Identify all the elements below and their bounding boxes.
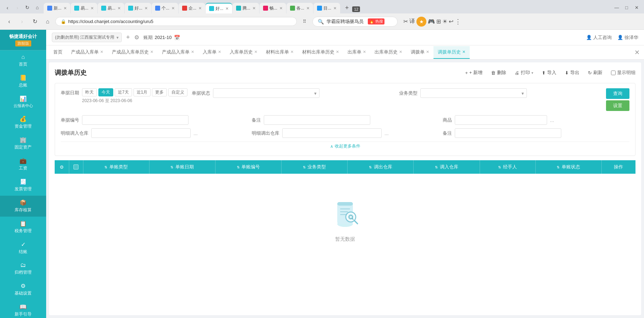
tab-close-4[interactable]: ✕ xyxy=(144,6,148,11)
brightness-icon[interactable]: ☀ xyxy=(442,18,447,25)
tab-close-2[interactable]: ✕ xyxy=(91,6,94,11)
date-btn-1month[interactable]: 近1月 xyxy=(133,88,151,96)
remark2-input[interactable] xyxy=(455,128,561,138)
company-selector[interactable]: (勿删勿禁用) 江西服宝测试专用 ▾ xyxy=(52,33,122,42)
tab-close-transfer-history[interactable]: ✕ xyxy=(462,50,465,54)
date-btn-custom[interactable]: 自定义 xyxy=(168,88,187,96)
back-btn[interactable]: ‹ xyxy=(4,17,14,27)
tab-close-8[interactable]: ✕ xyxy=(252,6,256,11)
collapse-btn[interactable]: ∧ 收起更多条件 xyxy=(61,141,629,151)
close-all-tabs-btn[interactable]: ✕ xyxy=(633,47,641,58)
new-btn[interactable]: + + 新增 xyxy=(462,68,485,77)
tab-transfer[interactable]: 调拨单 ✕ xyxy=(406,46,433,59)
table-col-biz-type[interactable]: ⇅ 业务类型 xyxy=(282,160,348,174)
warehouse-in-dots-btn[interactable]: ... xyxy=(193,130,198,136)
nav-back-btn[interactable]: ‹ xyxy=(3,3,12,12)
tab-material-out[interactable]: 材料出库单 ✕ xyxy=(262,46,298,59)
tab-product-in2[interactable]: 产成品入库单 ✕ xyxy=(158,46,198,59)
browser-tab-8[interactable]: 腾... ✕ xyxy=(233,3,259,13)
biz-type-select[interactable] xyxy=(420,88,527,98)
table-col-checkbox[interactable] xyxy=(69,160,83,174)
browser-tab-3[interactable]: 易... ✕ xyxy=(98,3,124,13)
close-window-btn[interactable]: ✕ xyxy=(632,3,641,12)
scissors-icon[interactable]: ✂ xyxy=(403,18,408,25)
tab-close-9[interactable]: ✕ xyxy=(279,6,283,11)
tab-close-material-out-history[interactable]: ✕ xyxy=(336,50,339,54)
table-col-doc-status[interactable]: ⇅ 单账状态 xyxy=(535,160,601,174)
browser-tab-10[interactable]: 各... ✕ xyxy=(286,3,313,13)
tab-warehouse-in-history[interactable]: 入库单历史 ✕ xyxy=(225,46,262,59)
calendar-icon[interactable]: 📅 xyxy=(174,35,180,40)
tab-close-out-order[interactable]: ✕ xyxy=(363,50,366,54)
settings-button[interactable]: 设置 xyxy=(606,100,629,111)
delete-btn[interactable]: 🗑 删除 xyxy=(488,68,509,77)
sidebar-item-archive[interactable]: 🗂 归档管理 xyxy=(0,258,46,279)
menu-btn[interactable]: ⋮ xyxy=(455,18,461,26)
status-select[interactable] xyxy=(213,88,320,98)
header-checkbox[interactable] xyxy=(73,164,78,169)
tab-close-3[interactable]: ✕ xyxy=(118,6,121,11)
maximize-btn[interactable]: □ xyxy=(622,3,631,12)
tab-product-in-history[interactable]: 产成品入库单历史 ✕ xyxy=(108,46,158,59)
tab-close-material-out[interactable]: ✕ xyxy=(290,50,294,54)
warehouse-out-dots-btn[interactable]: ... xyxy=(384,130,389,136)
sidebar-item-inventory[interactable]: 📦 库存核算 xyxy=(0,196,46,217)
sidebar-item-invoices[interactable]: 🧾 发票管理 xyxy=(0,175,46,196)
sidebar-item-home[interactable]: ⌂ 首页 xyxy=(0,50,46,71)
browser-tab-6[interactable]: 企... ✕ xyxy=(179,3,205,13)
table-col-doc-date[interactable]: ⇅ 单账日期 xyxy=(149,160,215,174)
table-col-doc-type[interactable]: ⇅ 单账类型 xyxy=(83,160,149,174)
browser-tab-11[interactable]: 目... ✕ xyxy=(313,3,340,13)
tab-material-out-history[interactable]: 材料出库单历史 ✕ xyxy=(298,46,343,59)
user-info[interactable]: 👤 徐泽华 xyxy=(617,34,638,41)
minimize-btn[interactable]: — xyxy=(612,3,621,12)
browser-tab-5[interactable]: 个... ✕ xyxy=(152,3,178,13)
sidebar-item-closing[interactable]: ✓ 结账 xyxy=(0,238,46,258)
forward-btn[interactable]: › xyxy=(17,17,27,27)
goods-dots-btn[interactable]: ... xyxy=(550,117,554,123)
tab-home[interactable]: 首页 xyxy=(49,46,67,59)
tab-out-history[interactable]: 出库单历史 ✕ xyxy=(370,46,406,59)
date-btn-today[interactable]: 今天 xyxy=(98,88,113,96)
translate-icon[interactable]: 译 xyxy=(409,18,415,25)
table-col-handler[interactable]: ⇅ 经手人 xyxy=(480,160,535,174)
tab-transfer-history[interactable]: 调拨单历史 ✕ xyxy=(433,46,470,59)
tab-close-6[interactable]: ✕ xyxy=(198,6,202,11)
sidebar-item-funds[interactable]: 💰 资金管理 xyxy=(0,112,46,133)
export-btn[interactable]: ⬇ 导出 xyxy=(562,68,582,77)
search-bar[interactable]: 🔍 学霸应聘场驱鸟员 🔥 热搜 xyxy=(312,17,398,27)
tab-close-11[interactable]: ✕ xyxy=(333,6,337,11)
biz-type-select-wrap[interactable]: ▾ xyxy=(420,88,527,98)
table-col-out-warehouse[interactable]: ⇅ 调出仓库 xyxy=(348,160,414,174)
url-input[interactable]: 🔒 https://cloud.chanjet.com/accounting/u… xyxy=(55,17,297,26)
sidebar-item-reports[interactable]: 📊 云报表中心 xyxy=(0,92,46,112)
settings-gear-btn[interactable]: ⚙ xyxy=(134,34,139,41)
browser-tab-9[interactable]: 畅... ✕ xyxy=(260,3,286,13)
tab-product-in[interactable]: 产成品入库单 ✕ xyxy=(67,46,108,59)
tab-close-warehouse-in-history[interactable]: ✕ xyxy=(254,50,257,54)
game-icon[interactable]: 🎮 xyxy=(428,18,435,25)
tab-close-warehouse-in[interactable]: ✕ xyxy=(218,50,221,54)
doc-no-input[interactable] xyxy=(82,115,189,125)
nav-refresh-btn[interactable]: ↻ xyxy=(23,3,32,12)
tab-close-product-in2[interactable]: ✕ xyxy=(191,50,194,54)
undo-icon[interactable]: ↩ xyxy=(449,18,453,25)
new-tab-btn[interactable]: + xyxy=(342,3,352,13)
tab-close-7[interactable]: ✕ xyxy=(225,6,229,11)
star-icon[interactable]: ★ xyxy=(416,17,426,27)
browser-tab-4[interactable]: 好... ✕ xyxy=(125,3,151,13)
sidebar-item-ledger[interactable]: 📒 总账 xyxy=(0,71,46,92)
warehouse-in-input[interactable] xyxy=(91,128,191,138)
tab-close-10[interactable]: ✕ xyxy=(306,6,310,11)
remark-input[interactable] xyxy=(264,115,370,125)
date-btn-7days[interactable]: 近7天 xyxy=(115,88,132,96)
sidebar-item-assets[interactable]: 🏢 固定资产 xyxy=(0,133,46,154)
browser-tab-1[interactable]: 新... ✕ xyxy=(44,3,70,13)
table-col-gear[interactable]: ⚙ xyxy=(55,160,69,174)
gear-icon[interactable]: ⚙ xyxy=(60,164,64,170)
tab-close-5[interactable]: ✕ xyxy=(171,6,175,11)
tab-close-transfer[interactable]: ✕ xyxy=(426,50,429,54)
tab-close-1[interactable]: ✕ xyxy=(64,6,67,11)
tab-out-order[interactable]: 出库单 ✕ xyxy=(343,46,370,59)
date-btn-more[interactable]: 更多 xyxy=(152,88,167,96)
